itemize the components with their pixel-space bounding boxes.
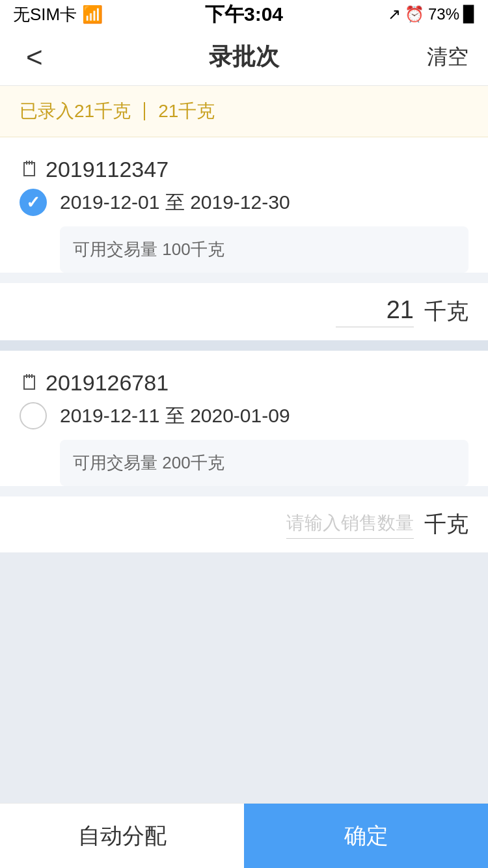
radio-button-2[interactable] — [20, 402, 47, 429]
batch-item-2: 🗒 2019126781 2019-12-11 至 2020-01-09 可用交… — [0, 351, 488, 486]
quantity-value-1[interactable]: 21 — [336, 296, 414, 324]
info-value: 21千克 — [158, 99, 215, 124]
status-bar: 无SIM卡 📶 下午3:04 ↗ ⏰ 73% ▉ — [0, 0, 488, 29]
location-icon: ↗ — [388, 5, 401, 23]
footer-buttons: 自动分配 确定 — [0, 803, 488, 868]
batch-item-1: 🗒 2019112347 2019-12-01 至 2019-12-30 可用交… — [0, 137, 488, 273]
quantity-unit-2: 千克 — [424, 509, 468, 539]
section-divider-1 — [0, 340, 488, 351]
batch-id-2: 2019126781 — [46, 370, 169, 396]
batch-date-row-2[interactable]: 2019-12-11 至 2020-01-09 — [20, 402, 468, 429]
batch-availability-2: 可用交易量 200千克 — [60, 440, 468, 486]
radio-button-1[interactable] — [20, 189, 47, 216]
batch-id-1: 2019112347 — [46, 157, 169, 182]
status-right: ↗ ⏰ 73% ▉ — [388, 5, 475, 23]
info-divider — [144, 102, 145, 120]
batch-date-1: 2019-12-01 至 2019-12-30 — [60, 189, 290, 216]
wifi-icon: 📶 — [82, 5, 103, 25]
batch-icon-1: 🗒 — [20, 157, 40, 182]
back-button[interactable]: < — [20, 34, 49, 80]
quantity-placeholder-2[interactable]: 请输入销售数量 — [286, 511, 414, 536]
quantity-row-2: 请输入销售数量 千克 — [0, 496, 488, 552]
info-banner: 已录入21千克 21千克 — [0, 86, 488, 137]
battery-text: 73% — [428, 5, 459, 23]
quantity-underline-1: 21 — [336, 296, 414, 327]
batch-icon-2: 🗒 — [20, 371, 40, 395]
batch-date-2: 2019-12-11 至 2020-01-09 — [60, 403, 290, 429]
clear-button[interactable]: 清空 — [427, 43, 468, 72]
status-left: 无SIM卡 📶 — [13, 3, 103, 26]
status-time: 下午3:04 — [205, 1, 283, 28]
quantity-row-1: 21 千克 — [0, 283, 488, 340]
confirm-button[interactable]: 确定 — [244, 804, 488, 868]
nav-bar: < 录批次 清空 — [0, 29, 488, 86]
battery-icon: ▉ — [463, 5, 475, 23]
carrier-text: 无SIM卡 — [13, 3, 77, 26]
page-title: 录批次 — [209, 41, 279, 73]
batch-header-2: 🗒 2019126781 — [20, 370, 468, 396]
info-label: 已录入21千克 — [20, 99, 131, 124]
batch-header-1: 🗒 2019112347 — [20, 157, 468, 182]
alarm-icon: ⏰ — [405, 5, 424, 23]
auto-distribute-button[interactable]: 自动分配 — [0, 804, 244, 868]
batch-date-row-1[interactable]: 2019-12-01 至 2019-12-30 — [20, 189, 468, 216]
quantity-unit-1: 千克 — [424, 297, 468, 327]
quantity-underline-2: 请输入销售数量 — [286, 511, 414, 539]
batch-availability-1: 可用交易量 100千克 — [60, 226, 468, 273]
